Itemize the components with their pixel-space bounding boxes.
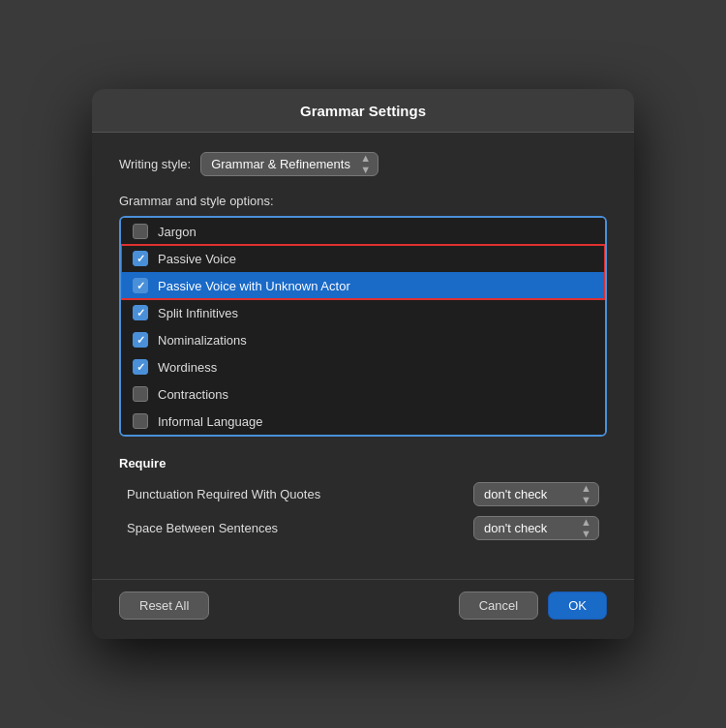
list-item-informal-language[interactable]: Informal Language <box>121 408 605 435</box>
cancel-button[interactable]: Cancel <box>459 592 538 620</box>
item-label-passive-voice-unknown: Passive Voice with Unknown Actor <box>158 279 350 293</box>
require-row-punctuation-quotes: Punctuation Required With Quotesdon't ch… <box>119 482 607 506</box>
footer-right-buttons: Cancel OK <box>459 592 607 620</box>
list-item-jargon[interactable]: Jargon <box>121 218 605 245</box>
item-label-jargon: Jargon <box>158 225 197 239</box>
dialog-body: Writing style: Grammar & Refinements Jus… <box>92 133 634 579</box>
checkbox-passive-voice[interactable] <box>133 251 148 266</box>
writing-style-label: Writing style: <box>119 157 191 171</box>
grammar-settings-dialog: Grammar Settings Writing style: Grammar … <box>92 89 634 639</box>
list-item-wordiness[interactable]: Wordiness <box>121 353 605 380</box>
require-rows-container: Punctuation Required With Quotesdon't ch… <box>119 482 607 540</box>
item-label-wordiness: Wordiness <box>158 360 217 375</box>
list-item-passive-voice-unknown[interactable]: Passive Voice with Unknown Actor <box>121 272 605 299</box>
options-list-container: JargonPassive VoicePassive Voice with Un… <box>119 216 607 437</box>
dialog-titlebar: Grammar Settings <box>92 89 634 133</box>
grammar-options-label: Grammar and style options: <box>119 194 607 208</box>
writing-style-dropdown-wrapper: Grammar & Refinements Just Grammar ▲ ▼ <box>200 152 378 176</box>
writing-style-dropdown[interactable]: Grammar & Refinements Just Grammar <box>200 152 378 176</box>
dialog-title: Grammar Settings <box>300 103 426 119</box>
writing-style-row: Writing style: Grammar & Refinements Jus… <box>119 152 607 176</box>
require-section: Require Punctuation Required With Quotes… <box>119 456 607 540</box>
item-label-nominalizations: Nominalizations <box>158 333 247 348</box>
checkbox-nominalizations[interactable] <box>133 332 148 348</box>
require-title: Require <box>119 456 607 470</box>
require-dropdown-wrapper-punctuation-quotes: don't checkinsideoutside▲▼ <box>473 482 599 506</box>
list-item-nominalizations[interactable]: Nominalizations <box>121 326 605 353</box>
require-row-label-space-sentences: Space Between Sentences <box>127 521 278 535</box>
checkbox-passive-voice-unknown[interactable] <box>133 278 148 293</box>
require-dropdown-wrapper-space-sentences: don't checkone spacetwo spaces▲▼ <box>473 516 599 540</box>
list-item-contractions[interactable]: Contractions <box>121 380 605 408</box>
item-label-split-infinitives: Split Infinitives <box>158 306 238 320</box>
require-row-space-sentences: Space Between Sentencesdon't checkone sp… <box>119 516 607 540</box>
checkbox-contractions[interactable] <box>133 386 148 402</box>
require-dropdown-space-sentences[interactable]: don't checkone spacetwo spaces <box>473 516 599 540</box>
require-row-label-punctuation-quotes: Punctuation Required With Quotes <box>127 487 320 501</box>
red-outline-group: Passive VoicePassive Voice with Unknown … <box>121 245 605 299</box>
checkbox-jargon[interactable] <box>133 224 148 239</box>
list-item-split-infinitives[interactable]: Split Infinitives <box>121 299 605 326</box>
dialog-footer: Reset All Cancel OK <box>92 579 634 639</box>
ok-button[interactable]: OK <box>548 592 607 620</box>
item-label-contractions: Contractions <box>158 387 228 402</box>
list-item-passive-voice[interactable]: Passive Voice <box>121 245 605 272</box>
checkbox-informal-language[interactable] <box>133 413 148 429</box>
reset-all-button[interactable]: Reset All <box>119 592 209 620</box>
item-label-passive-voice: Passive Voice <box>158 252 236 266</box>
item-label-informal-language: Informal Language <box>158 414 262 429</box>
checkbox-wordiness[interactable] <box>133 359 148 375</box>
require-dropdown-punctuation-quotes[interactable]: don't checkinsideoutside <box>473 482 599 506</box>
checkbox-split-infinitives[interactable] <box>133 305 148 320</box>
options-list: JargonPassive VoicePassive Voice with Un… <box>121 218 605 435</box>
